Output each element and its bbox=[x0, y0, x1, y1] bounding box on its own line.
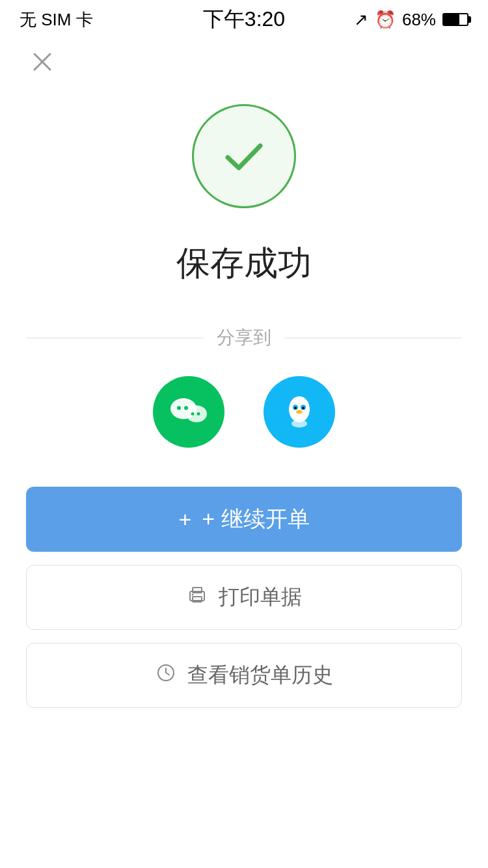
status-right: ↗ ⏰ 68% bbox=[354, 10, 468, 30]
history-icon bbox=[155, 662, 177, 689]
svg-point-9 bbox=[291, 420, 307, 427]
svg-point-13 bbox=[302, 407, 305, 409]
svg-point-6 bbox=[191, 412, 194, 415]
history-label: 查看销货单历史 bbox=[187, 661, 333, 690]
wechat-share-button[interactable] bbox=[153, 376, 224, 448]
close-button[interactable] bbox=[26, 46, 59, 78]
battery-text: 68% bbox=[402, 10, 436, 30]
continue-label: + 继续开单 bbox=[202, 504, 309, 534]
print-label: 打印单据 bbox=[219, 583, 302, 612]
continue-icon: + bbox=[178, 507, 191, 532]
svg-point-12 bbox=[294, 407, 297, 409]
continue-button[interactable]: + + 继续开单 bbox=[26, 487, 462, 552]
svg-point-20 bbox=[192, 594, 194, 596]
success-title: 保存成功 bbox=[176, 241, 312, 286]
success-circle bbox=[192, 104, 296, 208]
svg-point-8 bbox=[289, 396, 310, 422]
svg-point-4 bbox=[177, 406, 181, 410]
no-sim-text: 无 SIM 卡 bbox=[20, 8, 93, 31]
status-time: 下午3:20 bbox=[203, 5, 285, 34]
share-label: 分享到 bbox=[217, 325, 271, 350]
share-section: 分享到 bbox=[0, 325, 488, 448]
battery-icon bbox=[442, 13, 468, 26]
divider-line-right bbox=[284, 338, 462, 338]
share-divider: 分享到 bbox=[0, 325, 488, 350]
alarm-icon: ⏰ bbox=[375, 10, 396, 30]
status-left: 无 SIM 卡 bbox=[20, 8, 100, 31]
svg-point-5 bbox=[184, 406, 188, 410]
history-button[interactable]: 查看销货单历史 bbox=[26, 643, 462, 708]
status-bar: 无 SIM 卡 下午3:20 ↗ ⏰ 68% bbox=[0, 0, 488, 39]
print-icon bbox=[186, 584, 208, 611]
svg-point-7 bbox=[197, 412, 200, 415]
print-button[interactable]: 打印单据 bbox=[26, 565, 462, 630]
main-content: 保存成功 分享到 bbox=[0, 39, 488, 708]
share-icons bbox=[153, 376, 335, 448]
location-icon: ↗ bbox=[354, 10, 368, 30]
svg-point-3 bbox=[186, 405, 207, 422]
divider-line-left bbox=[26, 338, 204, 338]
action-buttons: + + 继续开单 打印单据 查看销货单历 bbox=[0, 487, 488, 708]
qq-share-button[interactable] bbox=[264, 376, 335, 448]
svg-point-14 bbox=[296, 410, 303, 414]
